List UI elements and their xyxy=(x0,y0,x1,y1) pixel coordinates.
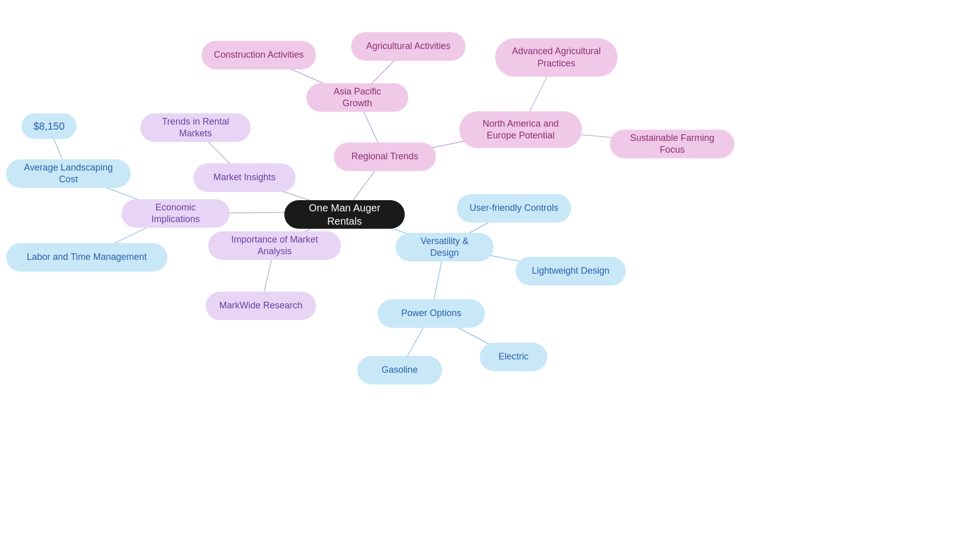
regional-trends-node[interactable]: Regional Trends xyxy=(334,142,436,171)
economic-implications-node[interactable]: Economic Implications xyxy=(121,199,230,228)
gasoline-node[interactable]: Gasoline xyxy=(357,356,442,384)
sustainable-farming-node[interactable]: Sustainable Farming Focus xyxy=(610,130,734,158)
agricultural-activities-node[interactable]: Agricultural Activities xyxy=(351,32,465,61)
electric-node[interactable]: Electric xyxy=(480,343,547,371)
power-options-node[interactable]: Power Options xyxy=(378,299,485,328)
average-landscaping-cost-node[interactable]: Average Landscaping Cost xyxy=(6,159,131,188)
trends-rental-markets-node[interactable]: Trends in Rental Markets xyxy=(140,113,251,142)
markwide-research-node[interactable]: MarkWide Research xyxy=(206,292,316,320)
construction-activities-node[interactable]: Construction Activities xyxy=(202,41,316,69)
market-insights-node[interactable]: Market Insights xyxy=(193,163,296,192)
importance-market-analysis-node[interactable]: Importance of Market Analysis xyxy=(208,231,341,260)
lightweight-design-node[interactable]: Lightweight Design xyxy=(516,257,626,285)
north-america-europe-node[interactable]: North America and Europe Potential xyxy=(459,111,582,148)
labor-time-management-node[interactable]: Labor and Time Management xyxy=(6,243,167,272)
center-node[interactable]: One Man Auger Rentals xyxy=(284,200,405,229)
versatility-design-node[interactable]: Versatility & Design xyxy=(396,233,494,261)
cost-value-node[interactable]: $8,150 xyxy=(21,113,77,139)
user-friendly-controls-node[interactable]: User-friendly Controls xyxy=(457,194,571,223)
advanced-agricultural-practices-node[interactable]: Advanced Agricultural Practices xyxy=(495,38,618,77)
asia-pacific-growth-node[interactable]: Asia Pacific Growth xyxy=(306,83,408,112)
